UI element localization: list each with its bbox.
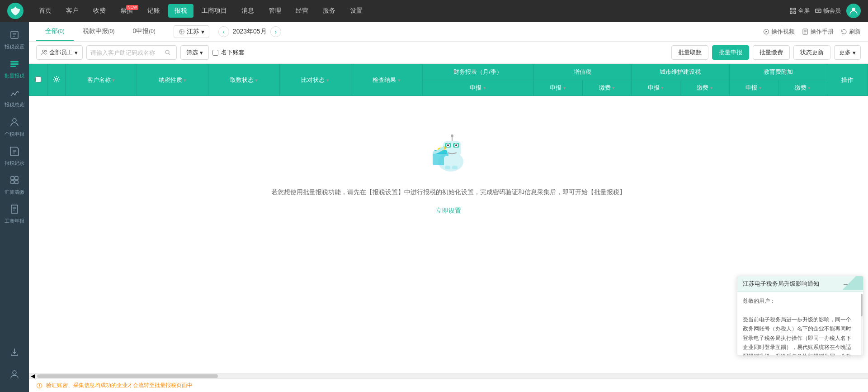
svg-point-12 <box>13 119 16 122</box>
nav-business[interactable]: 工商项目 <box>195 4 233 18</box>
vip-icon <box>815 8 821 14</box>
prev-month-button[interactable]: ‹ <box>218 26 229 37</box>
checkbox-accountset[interactable]: 名下账套 <box>212 48 245 57</box>
tab-tax-declare[interactable]: 税款申报(0) <box>74 23 124 41</box>
sidebar-label-tax-settings: 报税设置 <box>5 44 24 50</box>
manual-link[interactable]: 操作手册 <box>802 28 834 36</box>
tab-all[interactable]: 全部(0) <box>36 23 74 41</box>
bottom-bar: 验证账密、采集信息均成功的企业才会流转至批量报税页面中 <box>29 378 868 392</box>
th-check-result: 检查结果 ▾ <box>351 64 422 96</box>
nav-operation[interactable]: 经营 <box>289 4 315 18</box>
svg-rect-41 <box>445 166 450 169</box>
user-avatar[interactable] <box>846 4 861 18</box>
th-checkbox <box>29 64 47 96</box>
th-client-name: 客户名称 ▾ <box>66 64 137 96</box>
vip-button[interactable]: 畅会员 <box>815 7 841 15</box>
notif-body: 尊敬的用户： 受当前电子税务局进一步升级的影响，同一个政务网账号（办税人）名下的… <box>737 292 859 355</box>
sidebar-item-personal-tax[interactable]: 个税申报 <box>0 113 29 142</box>
notif-corner-decoration <box>836 276 863 290</box>
batch-pay-button[interactable]: 批量缴费 <box>753 45 790 60</box>
tax-overview-icon <box>9 88 19 100</box>
date-navigation: ‹ 2023年05月 › <box>218 26 281 37</box>
nav-management[interactable]: 管理 <box>262 4 288 18</box>
empty-state-message: 若您想使用批量报税功能，请先在【报税设置】中进行报税的初始化设置，完成密码验证和… <box>271 186 626 198</box>
sidebar-item-tax-settings[interactable]: 报税设置 <box>0 25 29 54</box>
th-compare-status: 比对状态 ▾ <box>279 64 351 96</box>
batch-fetch-button[interactable]: 批量取数 <box>671 45 708 60</box>
nav-settings[interactable]: 设置 <box>344 4 369 18</box>
download-icon[interactable] <box>6 344 23 363</box>
select-all-checkbox[interactable] <box>35 76 41 82</box>
sub-tabs-actions: 操作视频 操作手册 刷新 <box>763 28 861 36</box>
nav-billing[interactable]: 收费 <box>87 4 112 18</box>
th-fetch-status: 取数状态 ▾ <box>208 64 279 96</box>
svg-point-10 <box>13 93 14 94</box>
app-logo[interactable] <box>7 3 24 19</box>
svg-rect-0 <box>790 8 792 10</box>
svg-point-22 <box>42 50 45 53</box>
nav-tax[interactable]: 报税 <box>168 4 193 18</box>
new-badge: NEW <box>126 5 138 10</box>
nav-customer[interactable]: 客户 <box>60 4 85 18</box>
nav-invoice[interactable]: 票据 NEW <box>114 4 139 18</box>
search-input-wrap[interactable] <box>86 45 177 60</box>
notif-title: 江苏电子税务局升级影响通知 <box>743 280 819 288</box>
current-date: 2023年05月 <box>233 28 267 36</box>
search-input[interactable] <box>90 49 163 56</box>
svg-point-32 <box>447 144 449 146</box>
horizontal-scrollbar[interactable]: ◀ <box>29 373 868 378</box>
nav-accounting[interactable]: 记账 <box>141 4 166 18</box>
sidebar-item-batch-tax[interactable]: 批量报税 <box>0 54 29 83</box>
refresh-link[interactable]: 刷新 <box>841 28 861 36</box>
accountset-checkbox[interactable] <box>212 50 218 56</box>
sidebar-item-annual-report[interactable]: 工商年报 <box>0 200 29 229</box>
video-link[interactable]: 操作视频 <box>763 28 795 36</box>
nav-message[interactable]: 消息 <box>235 4 260 18</box>
region-selector[interactable]: 江苏 ▾ <box>174 25 209 38</box>
notif-scrollbar[interactable] <box>860 292 863 355</box>
sidebar: 报税设置 批量报税 报税总览 <box>0 22 29 392</box>
nav-service[interactable]: 服务 <box>316 4 342 18</box>
th-vat-declare: 申报 ▾ <box>533 80 582 96</box>
batch-tax-icon <box>9 59 19 71</box>
svg-rect-16 <box>15 181 18 184</box>
annual-report-icon <box>9 204 19 216</box>
sidebar-item-tax-overview[interactable]: 报税总览 <box>0 83 29 112</box>
th-settings <box>47 64 66 96</box>
svg-point-24 <box>165 50 169 54</box>
user-profile-icon[interactable] <box>6 366 23 385</box>
employee-filter[interactable]: 全部员工 ▾ <box>36 45 83 60</box>
svg-rect-40 <box>444 156 460 167</box>
svg-rect-9 <box>10 66 16 67</box>
tab-zero-declare[interactable]: 0申报(0) <box>123 23 164 41</box>
sidebar-label-personal-tax: 个税申报 <box>5 131 24 137</box>
filter-button[interactable]: 筛选 ▾ <box>180 45 209 60</box>
sidebar-label-batch-tax: 批量报税 <box>5 73 24 79</box>
more-button[interactable]: 更多 ▾ <box>834 45 861 60</box>
personal-tax-icon <box>9 117 19 129</box>
setup-link[interactable]: 立即设置 <box>436 207 461 215</box>
batch-declare-button[interactable]: 批量申报 <box>712 45 749 60</box>
fullscreen-button[interactable]: 全屏 <box>790 7 810 15</box>
svg-rect-2 <box>790 12 792 14</box>
svg-point-35 <box>451 134 453 137</box>
svg-rect-42 <box>452 166 458 169</box>
settings-icon[interactable] <box>53 76 60 83</box>
search-icon <box>165 49 171 56</box>
svg-rect-13 <box>11 177 14 180</box>
reconciliation-icon <box>9 175 19 187</box>
status-update-button[interactable]: 状态更新 <box>793 45 830 60</box>
th-city-construction-tax: 城市维护建设税 <box>632 64 729 80</box>
warning-text: 验证账密、采集信息均成功的企业才会流转至批量报税页面中 <box>46 382 193 389</box>
sidebar-item-tax-records[interactable]: 报税记录 <box>0 142 29 171</box>
sidebar-item-reconciliation[interactable]: 汇算清缴 <box>0 171 29 200</box>
svg-point-18 <box>13 371 16 374</box>
warning-icon <box>36 382 42 389</box>
nav-home[interactable]: 首页 <box>33 4 58 18</box>
toolbar: 全部员工 ▾ 筛选 ▾ 名下账套 批量取数 批量申报 <box>29 42 868 64</box>
scrollbar-thumb[interactable] <box>37 374 218 378</box>
toolbar-right: 批量取数 批量申报 批量缴费 状态更新 更多 ▾ <box>671 45 861 60</box>
next-month-button[interactable]: › <box>270 26 281 37</box>
th-city-declare: 申报 ▾ <box>632 80 680 96</box>
refresh-icon <box>841 29 847 35</box>
